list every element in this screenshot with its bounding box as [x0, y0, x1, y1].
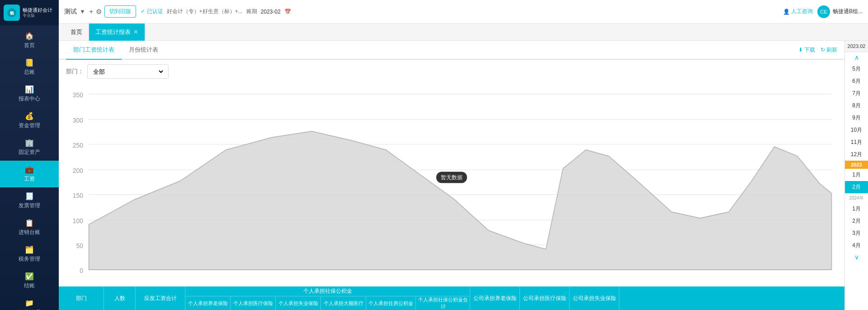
ledger-icon: 📒 [25, 58, 34, 67]
account-tags: 好会计（专）+好生意（标）+... [167, 8, 243, 15]
sidebar: 畅 畅捷通好会计 专业版 🏠 首页 📒 总账 📊 报表中心 💰 资金管理 🏢 固… [0, 0, 59, 310]
svg-text:100: 100 [73, 217, 83, 225]
chart-area: 350 300 250 200 150 100 50 0 [59, 83, 844, 286]
table-header: 部门 人数 应发工资合计 个人承担社保公积金 个人承担养老保险 个人承担医疗保险… [59, 286, 844, 310]
date-month-9[interactable]: 9月 [845, 112, 868, 124]
col-co-unemployment: 公司承担失业保险 [570, 286, 619, 310]
sidebar-nav: 🏠 首页 📒 总账 📊 报表中心 💰 资金管理 🏢 固定资产 💼 工资 🧾 发票… [0, 25, 59, 310]
col-co-pension: 公司承担养老保险 [470, 286, 520, 310]
sidebar-item-tax[interactable]: 🗂️ 税务管理 [0, 241, 59, 267]
refresh-icon: ↻ [821, 47, 825, 53]
dept-select[interactable]: 全部 部门A 部门B [87, 64, 169, 79]
dept-filter-label: 部门： [66, 67, 84, 76]
assets-icon: 🏢 [25, 138, 34, 147]
content-area: 部门工资统计表 月份统计表 ⬇ 下载 ↻ 刷新 [59, 41, 868, 310]
consult-icon: 👤 [783, 9, 790, 15]
date-month-8[interactable]: 8月 [845, 100, 868, 112]
topbar-right: 👤 人工咨询 CE 畅捷通B组... [783, 5, 863, 18]
date-2024-month-1[interactable]: 1月 [845, 203, 868, 215]
dept-select-input[interactable]: 全部 部门A 部门B [91, 68, 165, 76]
sidebar-item-archive[interactable]: 📁 归档管理 [0, 294, 59, 310]
app-name: 畅捷通好会计 专业版 [23, 7, 52, 19]
svg-text:0: 0 [80, 267, 83, 274]
col-housing: 个人承担住房公积金 [366, 296, 416, 310]
date-month-12[interactable]: 12月 [845, 148, 868, 161]
sidebar-item-salary[interactable]: 💼 工资 [0, 161, 59, 187]
col-group-individual-header: 个人承担社保公积金 [185, 286, 470, 296]
chart-container: 350 300 250 200 150 100 50 0 [66, 88, 837, 286]
home-icon: 🏠 [25, 32, 34, 40]
period-value: 2023-02 [261, 9, 281, 15]
tab-home[interactable]: 首页 [64, 24, 89, 41]
date-month-11[interactable]: 11月 [845, 136, 868, 148]
date-2024-month-4[interactable]: 4月 [845, 239, 868, 252]
date-month-6[interactable]: 6月 [845, 75, 868, 87]
subtab-monthly[interactable]: 月份统计表 [122, 41, 165, 60]
date-month-2-active[interactable]: 2月 [845, 181, 868, 193]
date-month-1[interactable]: 1月 [845, 169, 868, 181]
sidebar-item-checkout[interactable]: ✅ 结账 [0, 267, 59, 294]
chart-tooltip: 暂无数据 [436, 172, 467, 183]
col-group-individual: 个人承担社保公积金 个人承担养老保险 个人承担医疗保险 个人承担失业保险 个人承… [185, 286, 470, 310]
company-dropdown[interactable]: ▼ [80, 8, 85, 15]
settings-button[interactable]: ⚙ [96, 8, 102, 16]
svg-text:250: 250 [73, 141, 83, 149]
archive-icon: 📁 [25, 299, 34, 307]
switch-old-button[interactable]: 切到旧版 [104, 5, 136, 18]
topbar: 测试 ▼ + ⚙ 切到旧版 ✓ 已认证 好会计（专）+好生意（标）+... 账期… [59, 0, 868, 24]
sidebar-item-funds[interactable]: 💰 资金管理 [0, 107, 59, 134]
col-group-individual-cells: 个人承担养老保险 个人承担医疗保险 个人承担失业保险 个人承担大额医疗 个人承担… [185, 296, 470, 310]
svg-text:50: 50 [76, 242, 83, 249]
checkout-icon: ✅ [25, 272, 34, 281]
main-area: 测试 ▼ + ⚙ 切到旧版 ✓ 已认证 好会计（专）+好生意（标）+... 账期… [59, 0, 868, 310]
date-2024-month-3[interactable]: 3月 [845, 227, 868, 239]
date-year-2023: 2023 [845, 161, 868, 169]
date-year-2024-section: 2024年 [845, 193, 868, 203]
sidebar-item-home[interactable]: 🏠 首页 [0, 27, 59, 54]
add-button[interactable]: + [89, 8, 93, 16]
col-pension: 个人承担养老保险 [185, 296, 231, 310]
date-2024-month-2[interactable]: 2月 [845, 215, 868, 227]
col-individual-total: 个人承担社保公积金合计 [416, 296, 470, 310]
tabbar: 首页 工资统计报表 ✕ [59, 24, 868, 41]
avatar: CE [817, 5, 830, 18]
tax-icon: 🗂️ [25, 245, 34, 254]
sidebar-item-reports[interactable]: 📊 报表中心 [0, 81, 59, 107]
date-month-7[interactable]: 7月 [845, 87, 868, 100]
consult-button[interactable]: 👤 人工咨询 [783, 8, 813, 15]
topbar-actions: + ⚙ 切到旧版 [89, 5, 136, 18]
sales-icon: 📋 [25, 219, 34, 227]
svg-text:畅: 畅 [10, 11, 14, 15]
date-month-10[interactable]: 10月 [845, 124, 868, 136]
download-icon: ⬇ [798, 47, 803, 53]
topbar-info: ✓ 已认证 好会计（专）+好生意（标）+... 账期 2023-02 📅 [141, 8, 291, 15]
date-prev-button[interactable]: ∧ [845, 52, 868, 63]
subtab-dept[interactable]: 部门工资统计表 [66, 41, 122, 60]
sidebar-item-invoice[interactable]: 🧾 发票管理 [0, 187, 59, 214]
calendar-icon[interactable]: 📅 [284, 9, 291, 15]
col-salary: 应发工资合计 [136, 286, 185, 310]
sidebar-item-invoice-label: 发票管理 [19, 202, 40, 210]
download-button[interactable]: ⬇ 下载 [798, 46, 815, 54]
user-name: 畅捷通B组... [833, 8, 863, 15]
sidebar-item-assets-label: 固定资产 [19, 148, 40, 156]
date-panel-header: 2023.02 [845, 41, 868, 52]
company-name: 测试 [64, 8, 77, 16]
col-unemployment: 个人承担失业保险 [276, 296, 321, 310]
sidebar-item-sales[interactable]: 📋 进销台账 [0, 214, 59, 241]
tab-close-button[interactable]: ✕ [133, 29, 138, 35]
sidebar-item-assets[interactable]: 🏢 固定资产 [0, 134, 59, 161]
date-panel: 2023.02 ∧ 5月 6月 7月 8月 9月 10月 11月 12月 202… [844, 41, 868, 310]
refresh-button[interactable]: ↻ 刷新 [821, 46, 837, 54]
sidebar-item-funds-label: 资金管理 [19, 122, 40, 129]
col-count: 人数 [104, 286, 136, 310]
date-month-5[interactable]: 5月 [845, 63, 868, 75]
tab-salary-report[interactable]: 工资统计报表 ✕ [89, 24, 145, 41]
svg-text:200: 200 [73, 167, 83, 174]
app-logo: 畅 畅捷通好会计 专业版 [0, 0, 59, 25]
sidebar-item-ledger[interactable]: 📒 总账 [0, 54, 59, 81]
certified-badge: ✓ 已认证 [141, 8, 163, 15]
date-next-button[interactable]: ∨ [845, 252, 868, 262]
svg-text:350: 350 [73, 91, 83, 99]
svg-text:150: 150 [73, 191, 83, 199]
